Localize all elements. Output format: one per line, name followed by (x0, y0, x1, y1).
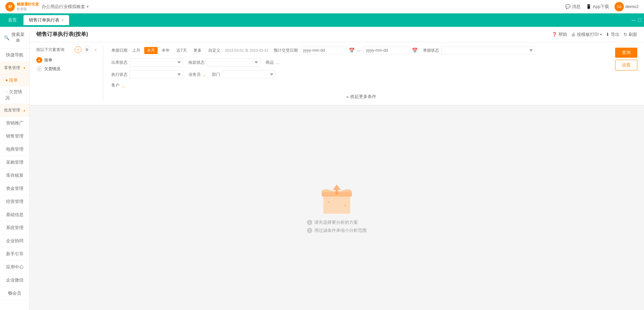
date-tabs: 上月 本月 本年 近7天 更多 自定义 (129, 47, 223, 54)
scheme-header-actions: + ⚙ « (75, 46, 99, 53)
sidebar-search-btn[interactable]: 🔍 搜索菜单 (3, 30, 26, 45)
sidebar-item-wholesale[interactable]: 批发管理 ▴ (0, 104, 29, 117)
sidebar-sub-item-debt[interactable]: ○ 欠货情况 (0, 86, 29, 104)
page-header-actions: ❓ 帮助 🖨 按模板打印 ▾ ⬇ 导出 ↻ 刷新 (552, 32, 637, 38)
tab-active[interactable]: 销售订单执行表 × (23, 15, 69, 25)
date-tab-custom[interactable]: 自定义 (206, 47, 223, 54)
sidebar-item-finance[interactable]: 资金管理 (0, 182, 29, 195)
page-title: 销售订单执行表(按单) (36, 31, 88, 38)
filter-section: 按以下方案查询 + ⚙ « ● 按单 (36, 46, 637, 101)
filter-row-1: 单据日期 上月 本月 本年 近7天 更多 自定义 (111, 46, 637, 101)
sidebar-item-purchase[interactable]: 采购管理 (0, 156, 29, 169)
breadcrumb-text: 办公用品行业模拟账套 (42, 4, 85, 10)
tab-close-btn[interactable]: × (61, 18, 64, 22)
exec-status-select[interactable] (129, 70, 183, 79)
filter-product-item: 商品 ... (266, 60, 280, 65)
help-icon: ❓ (552, 32, 557, 37)
collapse-filter-btn[interactable]: « 收起更多条件 (111, 92, 611, 101)
top-bar-right: 💬 消息 📱 App下载 Ea demo2 (565, 2, 639, 11)
data-area: 1 请先选择要分析的方案 2 用过滤条件来缩小分析范围 (30, 105, 644, 310)
sidebar-item-member[interactable]: 畅会员 (0, 287, 29, 300)
chevron-up-icon: ▴ (23, 108, 25, 112)
delivery-status-select[interactable] (129, 58, 183, 66)
logo-text: 畅捷通好生意 标准版 (17, 2, 39, 11)
date-tab-this-year[interactable]: 本年 (159, 47, 172, 54)
date-tab-more[interactable]: 更多 (191, 47, 204, 54)
sidebar-search-area: 🔍 搜索菜单 (0, 27, 29, 49)
tab-home[interactable]: 首页 (3, 15, 22, 25)
export-btn[interactable]: ⬇ 导出 (606, 32, 620, 38)
scheme-collapse-btn[interactable]: « (92, 46, 99, 53)
salesperson-picker-btn[interactable]: ... (203, 72, 207, 77)
filter-exec-item: 执行状态 (111, 70, 183, 79)
calendar-to-icon[interactable]: 📅 (412, 48, 418, 53)
sidebar-item-enterprise[interactable]: 企业协同 (0, 235, 29, 248)
sidebar-item-newbie[interactable]: 新手引导 (0, 248, 29, 261)
date-range-display: 2023-03-01 至 2023-03-31 (225, 48, 269, 53)
scheme-item-order[interactable]: ● 按单 (36, 56, 99, 64)
product-picker-btn[interactable]: ... (276, 60, 280, 65)
print-arrow-icon: ▾ (600, 33, 602, 36)
filter-fields: 单据日期 上月 本月 本年 近7天 更多 自定义 (111, 46, 637, 101)
payment-status-select[interactable] (207, 58, 260, 66)
filter-expected-date-item: 预计交货日期 📅 — 📅 (274, 46, 418, 54)
expected-date-to-input[interactable] (363, 46, 410, 54)
template-print-btn[interactable]: 🖨 按模板打印 ▾ (571, 32, 602, 38)
scheme-settings-btn[interactable]: ⚙ (84, 46, 90, 53)
customer-picker-btn[interactable]: ... (121, 83, 125, 88)
setting-btn[interactable]: 设置 (615, 60, 637, 70)
help-btn[interactable]: ❓ 帮助 (552, 32, 567, 38)
user-area[interactable]: Ea demo2 (614, 2, 639, 11)
main-layout: 🔍 搜索菜单 快捷导航 零售管理 ▾ ● 按单 ○ 欠货情况 批发管理 ▴ 营销… (0, 27, 644, 310)
search-icon: 🔍 (4, 35, 9, 40)
filter-exec-row: 执行状态 业务员 ... 部门 (111, 70, 611, 79)
page-header: 销售订单执行表(按单) ❓ 帮助 🖨 按模板打印 ▾ ⬇ 导出 ↻ 刷新 (30, 27, 644, 42)
sidebar: 🔍 搜索菜单 快捷导航 零售管理 ▾ ● 按单 ○ 欠货情况 批发管理 ▴ 营销… (0, 27, 30, 310)
filter-fields-main: 单据日期 上月 本月 本年 近7天 更多 自定义 (111, 46, 611, 101)
dept-select[interactable] (222, 70, 276, 79)
empty-tip-2: 2 用过滤条件来缩小分析范围 (307, 227, 367, 234)
sidebar-item-business[interactable]: 经营管理 (0, 195, 29, 208)
empty-state: 1 请先选择要分析的方案 2 用过滤条件来缩小分析范围 (307, 182, 367, 234)
sidebar-item-inventory[interactable]: 库存核算 (0, 169, 29, 182)
download-icon: 📱 (586, 4, 591, 9)
refresh-icon: ↻ (624, 32, 627, 37)
sidebar-item-system[interactable]: 系统管理 (0, 221, 29, 235)
calendar-from-icon[interactable]: 📅 (349, 48, 355, 53)
message-btn[interactable]: 💬 消息 (565, 4, 581, 10)
avatar: Ea (614, 2, 624, 11)
filter-date-row: 单据日期 上月 本月 本年 近7天 更多 自定义 (111, 46, 611, 54)
svg-point-4 (344, 204, 346, 206)
scheme-item-icon-order: ● (36, 57, 42, 63)
status-select[interactable] (441, 46, 535, 54)
sidebar-item-basic[interactable]: 基础信息 (0, 208, 29, 221)
tab-minimize-btn[interactable]: ─ (632, 17, 635, 23)
scheme-add-btn[interactable]: + (75, 46, 82, 53)
sidebar-item-ecommerce[interactable]: 电商管理 (0, 143, 29, 156)
tab-bar: 首页 销售订单执行表 × ─ □ (0, 13, 644, 27)
sidebar-item-sales[interactable]: 销售管理 (0, 130, 29, 143)
collapse-icon: « (346, 94, 348, 99)
breadcrumb-arrow[interactable]: ▾ (87, 4, 89, 9)
export-icon: ⬇ (606, 32, 609, 37)
sidebar-item-retail[interactable]: 零售管理 ▾ (0, 62, 29, 74)
date-tab-this-month[interactable]: 本月 (144, 47, 158, 54)
tip-num-2: 2 (307, 228, 312, 233)
scheme-item-debt[interactable]: ○ 欠货情况 (36, 64, 99, 73)
date-tab-last-month[interactable]: 上月 (129, 47, 143, 54)
expected-date-from-input[interactable] (300, 46, 347, 54)
query-btn[interactable]: 查询 (615, 48, 637, 58)
sidebar-item-apps[interactable]: 应用中心 (0, 261, 29, 274)
app-download-btn[interactable]: 📱 App下载 (586, 4, 609, 10)
sidebar-item-marketing[interactable]: 营销推广 (0, 117, 29, 130)
filter-salesperson-item: 业务员 ... (189, 72, 207, 78)
sidebar-sub-item-order[interactable]: ● 按单 (0, 74, 29, 86)
empty-tip-1: 1 请先选择要分析的方案 (307, 219, 367, 225)
tab-maximize-btn[interactable]: □ (638, 17, 641, 23)
sidebar-item-quick-nav[interactable]: 快捷导航 (0, 49, 29, 62)
date-tab-7days[interactable]: 近7天 (174, 47, 190, 54)
filter-panel: 按以下方案查询 + ⚙ « ● 按单 (30, 42, 644, 105)
sidebar-item-wechat[interactable]: 企业微信 (0, 274, 29, 287)
refresh-btn[interactable]: ↻ 刷新 (624, 32, 637, 38)
svg-rect-0 (323, 195, 350, 214)
